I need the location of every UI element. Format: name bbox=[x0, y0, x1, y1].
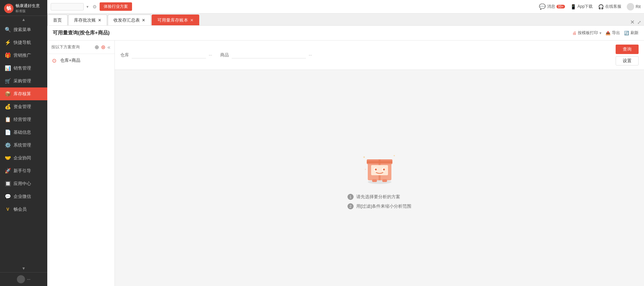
export-btn[interactable]: 📤 导出 bbox=[606, 30, 620, 36]
sidebar-item-label: 资金管理 bbox=[14, 104, 31, 110]
sidebar-item-label: 系统管理 bbox=[14, 142, 31, 148]
settings-scheme-icon[interactable]: ⊛ bbox=[101, 44, 105, 50]
enterprise-wechat-icon: 💬 bbox=[5, 193, 11, 200]
purchase-icon: 🛒 bbox=[5, 78, 11, 84]
sidebar-scroll-down[interactable]: ▼ bbox=[0, 265, 47, 272]
svg-point-0 bbox=[368, 180, 391, 184]
tip-text-2: 用[过滤]条件来缩小分析范围 bbox=[356, 203, 411, 209]
sidebar-item-marketing[interactable]: 🎁 营销推广 bbox=[0, 49, 47, 62]
newbie-icon: 🚀 bbox=[5, 168, 11, 174]
export-label: 导出 bbox=[612, 30, 620, 36]
tab-receipt-summary-close[interactable]: ✕ bbox=[142, 18, 145, 23]
empty-illustration: ✦ ✦ ✦ bbox=[359, 147, 400, 187]
vip-icon: V bbox=[5, 207, 11, 212]
operations-icon: 📋 bbox=[5, 116, 11, 123]
sidebar-scroll-up[interactable]: ▲ bbox=[0, 16, 47, 23]
topbar-search-box[interactable] bbox=[51, 3, 84, 10]
tabs-bar: 首页 库存批次账 ✕ 收发存汇总表 ✕ 可用量库存账本 ✕ ✕ ⤢ bbox=[47, 14, 644, 26]
warehouse-label: 仓库 bbox=[120, 52, 129, 58]
sidebar-item-purchase[interactable]: 🛒 采购管理 bbox=[0, 75, 47, 87]
app-download-btn[interactable]: 📱 App下载 bbox=[570, 4, 593, 9]
message-btn[interactable]: 💬 消息 99+ bbox=[539, 3, 565, 10]
tip-text-1: 请先选择要分析的方案 bbox=[356, 194, 400, 200]
page-header: 可用量查询(按仓库+商品) 🖨 按模板打印 ▾ 📤 导出 🔄 刷新 bbox=[47, 26, 644, 41]
product-more-icon[interactable]: ··· bbox=[309, 53, 312, 57]
industry-btn[interactable]: 体验行业方案 bbox=[100, 2, 132, 11]
tabs-close-all-btn[interactable]: ✕ bbox=[630, 19, 635, 25]
sidebar-item-operations[interactable]: 📋 经营管理 bbox=[0, 113, 47, 126]
product-input[interactable] bbox=[232, 52, 306, 58]
app-center-icon: 🔲 bbox=[5, 181, 11, 187]
add-scheme-icon[interactable]: ⊕ bbox=[95, 44, 99, 50]
refresh-icon: 🔄 bbox=[624, 31, 629, 35]
sidebar-item-label: 企业微信 bbox=[14, 193, 31, 200]
warehouse-more-icon[interactable]: ··· bbox=[209, 53, 212, 57]
sidebar-bottom[interactable]: ··· bbox=[0, 272, 47, 286]
sidebar-item-newbie[interactable]: 🚀 新手引导 bbox=[0, 164, 47, 177]
topbar-right: 💬 消息 99+ 📱 App下载 🎧 在线客服 Rit bbox=[539, 3, 641, 10]
filter-panel: 按以下方案查询 ⊕ ⊛ « ⊙ 仓库+商品 bbox=[47, 41, 115, 286]
user-name: Rit bbox=[636, 4, 641, 9]
settings-button[interactable]: 设置 bbox=[616, 56, 639, 66]
svg-point-9 bbox=[383, 168, 385, 171]
app-icon: 📱 bbox=[570, 4, 576, 9]
warehouse-input[interactable] bbox=[132, 52, 206, 58]
sidebar-item-label: 企业协同 bbox=[14, 155, 31, 161]
svg-text:✦: ✦ bbox=[393, 154, 395, 157]
empty-tips: 1 请先选择要分析的方案 2 用[过滤]条件来缩小分析范围 bbox=[347, 194, 411, 209]
print-btn[interactable]: 🖨 按模板打印 ▾ bbox=[572, 30, 601, 36]
sidebar-item-label: 畅会员 bbox=[14, 206, 27, 212]
tab-home-label: 首页 bbox=[53, 17, 62, 23]
message-icon: 💬 bbox=[539, 3, 546, 10]
avatar bbox=[627, 3, 634, 10]
svg-rect-10 bbox=[372, 179, 377, 182]
funds-icon: 💰 bbox=[5, 104, 11, 110]
search-input[interactable] bbox=[54, 4, 81, 9]
headset-icon: 🎧 bbox=[598, 4, 604, 9]
empty-tip-2: 2 用[过滤]条件来缩小分析范围 bbox=[347, 203, 411, 209]
refresh-label: 刷新 bbox=[630, 30, 639, 36]
gear-icon[interactable]: ⚙ bbox=[93, 4, 97, 9]
tab-home[interactable]: 首页 bbox=[47, 15, 68, 25]
online-service-btn[interactable]: 🎧 在线客服 bbox=[598, 4, 621, 9]
export-icon: 📤 bbox=[606, 31, 611, 35]
inventory-icon: 📦 bbox=[5, 91, 11, 97]
sidebar-item-label: 库存核算 bbox=[14, 91, 31, 97]
tab-available-ledger-close[interactable]: ✕ bbox=[190, 18, 194, 23]
sidebar-item-enterprise[interactable]: 🤝 企业协同 bbox=[0, 152, 47, 164]
scheme-item-label: 仓库+商品 bbox=[60, 57, 80, 63]
sidebar-logo: 畅 畅康通好生意 标准版 bbox=[4, 3, 43, 14]
print-dropdown-arrow[interactable]: ▾ bbox=[599, 31, 601, 35]
sidebar-item-search[interactable]: 🔍 搜索菜单 bbox=[0, 23, 47, 36]
sidebar-item-inventory[interactable]: 📦 库存核算 bbox=[0, 87, 47, 100]
sidebar-item-shortcut[interactable]: ⚡ 快捷导航 bbox=[0, 36, 47, 49]
sidebar-item-basic-info[interactable]: 📄 基础信息 bbox=[0, 126, 47, 139]
system-icon: ⚙️ bbox=[5, 142, 11, 148]
tab-batch-ledger[interactable]: 库存批次账 ✕ bbox=[68, 15, 107, 25]
query-panel: 仓库 ··· 商品 ··· 查询 设置 bbox=[115, 41, 644, 286]
user-btn[interactable]: Rit bbox=[627, 3, 641, 10]
tab-batch-ledger-close[interactable]: ✕ bbox=[98, 18, 101, 23]
sidebar-item-vip[interactable]: V 畅会员 bbox=[0, 203, 47, 216]
tab-receipt-summary[interactable]: 收发存汇总表 ✕ bbox=[108, 15, 151, 25]
sidebar-item-label: 基础信息 bbox=[14, 129, 31, 135]
sidebar-item-label: 搜索菜单 bbox=[14, 27, 31, 33]
refresh-btn[interactable]: 🔄 刷新 bbox=[624, 30, 639, 36]
collapse-panel-icon[interactable]: « bbox=[107, 44, 110, 50]
query-button[interactable]: 查询 bbox=[616, 45, 639, 54]
tab-batch-ledger-label: 库存批次账 bbox=[74, 17, 96, 23]
tabs-expand-btn[interactable]: ⤢ bbox=[637, 20, 641, 25]
online-service-label: 在线客服 bbox=[605, 4, 621, 9]
sidebar-item-sales[interactable]: 📊 销售管理 bbox=[0, 62, 47, 75]
svg-text:✦: ✦ bbox=[363, 155, 365, 159]
svg-rect-11 bbox=[382, 179, 387, 182]
dropdown-arrow[interactable]: ▾ bbox=[86, 4, 88, 9]
user-avatar-small bbox=[17, 275, 25, 283]
main-area: ▾ ⚙ 体验行业方案 💬 消息 99+ 📱 App下载 🎧 在线客服 bbox=[47, 0, 644, 286]
sidebar-item-enterprise-wechat[interactable]: 💬 企业微信 bbox=[0, 190, 47, 203]
scheme-item-warehouse-product[interactable]: ⊙ 仓库+商品 bbox=[47, 54, 114, 67]
tab-available-ledger[interactable]: 可用量库存账本 ✕ bbox=[152, 15, 199, 25]
sidebar-item-app-center[interactable]: 🔲 应用中心 bbox=[0, 177, 47, 190]
sidebar-item-system[interactable]: ⚙️ 系统管理 bbox=[0, 139, 47, 152]
sidebar-item-funds[interactable]: 💰 资金管理 bbox=[0, 100, 47, 113]
